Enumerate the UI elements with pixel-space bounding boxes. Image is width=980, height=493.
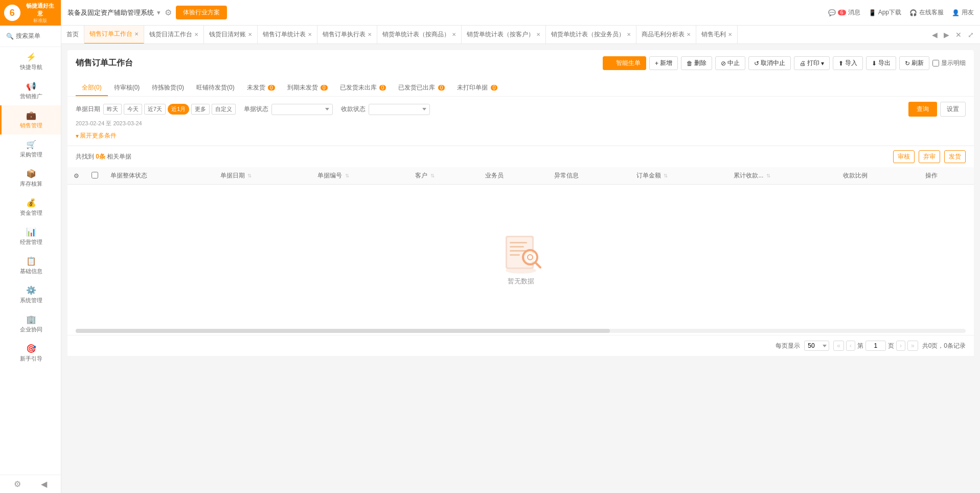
tab-close-all-button[interactable]: ✕ [953, 30, 964, 40]
payment-select[interactable] [369, 104, 430, 115]
stop-button[interactable]: ⊘ 中止 [715, 56, 745, 70]
date-btn-more[interactable]: 更多 [191, 104, 210, 115]
tab-sales-more[interactable]: 销售毛利 ✕ [696, 26, 738, 44]
tab-close-icon[interactable]: ✕ [248, 32, 252, 37]
cancel-stop-icon: ↺ [754, 60, 759, 67]
setting-button[interactable]: 设置 [940, 102, 966, 117]
status-select[interactable] [271, 104, 333, 115]
sidebar-item-finance[interactable]: 💰 资金管理 [0, 193, 61, 222]
search-menu-button[interactable]: 🔍 搜索菜单 [4, 30, 57, 42]
tab-close-icon[interactable]: ✕ [194, 32, 198, 37]
tab-close-icon[interactable]: ✕ [627, 32, 631, 37]
tab-cash-reconcile[interactable]: 钱货日清对账 ✕ [204, 26, 258, 44]
cancel-stop-button[interactable]: ↺ 取消中止 [748, 56, 791, 70]
tab-close-icon[interactable]: ✕ [536, 32, 540, 37]
th-abnormal: 异常信息 [548, 167, 630, 185]
filter-tab-shipped-not-out[interactable]: 已发货未出库 0 [334, 80, 393, 96]
filter-pending-check-label: 待拣验货(0) [152, 84, 184, 91]
page-last-button[interactable]: » [907, 341, 918, 351]
ship-button[interactable]: 发货 [944, 150, 966, 163]
filter-tab-unprinted[interactable]: 未打印单据 0 [451, 80, 504, 96]
sidebar-item-operations[interactable]: 📊 经营管理 [0, 222, 61, 251]
tab-gross-margin[interactable]: 商品毛利分析表 ✕ [636, 26, 696, 44]
show-detail-label: 显示明细 [941, 59, 966, 68]
filter-tab-overdue-ship[interactable]: 到期未发货 0 [281, 80, 334, 96]
query-button[interactable]: 查询 [908, 102, 937, 117]
page-size-select[interactable]: 50 10 20 100 [804, 341, 829, 351]
add-button[interactable]: + 新增 [649, 56, 678, 70]
filter-tab-unshipped[interactable]: 未发货 0 [241, 80, 281, 96]
user-menu-button[interactable]: 👤 用友 [952, 8, 974, 17]
tab-close-icon[interactable]: ✕ [452, 32, 456, 37]
tab-summary-customer-label: 销货单统计表（按客户） [467, 30, 534, 39]
solution-button[interactable]: 体验行业方案 [176, 6, 227, 19]
sidebar-item-purchase[interactable]: 🛒 采购管理 [0, 135, 61, 164]
online-service-label: 在线客服 [919, 8, 944, 17]
show-detail-checkbox[interactable]: 显示明细 [932, 59, 966, 68]
tab-summary-customer[interactable]: 销货单统计表（按客户） ✕ [462, 26, 546, 44]
message-button[interactable]: 💬 6 消息 [828, 8, 860, 17]
refresh-button[interactable]: ↻ 刷新 [899, 56, 929, 70]
tab-close-icon[interactable]: ✕ [308, 32, 312, 37]
online-service-button[interactable]: 🎧 在线客服 [909, 8, 944, 17]
print-button[interactable]: 🖨 打印 ▾ [794, 56, 830, 70]
tab-cash-daily[interactable]: 钱货日清工作台 ✕ [144, 26, 204, 44]
expand-row: ▾ 展开更多条件 [76, 131, 966, 140]
sidebar-item-system[interactable]: ⚙️ 系统管理 [0, 280, 61, 309]
collapse-button[interactable]: ◀ [41, 479, 47, 489]
sidebar-item-marketing[interactable]: 📢 营销推广 [0, 76, 61, 105]
ai-generate-button[interactable]: ★ 智能生单 [603, 56, 646, 70]
tab-scroll-left-button[interactable]: ◀ [930, 30, 940, 40]
tab-close-icon[interactable]: ✕ [687, 32, 691, 37]
date-btn-7days[interactable]: 近7天 [144, 104, 166, 115]
date-btn-1month[interactable]: 近1月 [168, 104, 189, 115]
tab-sales-workbench[interactable]: 销售订单工作台 ✕ [84, 26, 144, 44]
sidebar-item-basic-info[interactable]: 📋 基础信息 [0, 251, 61, 280]
delete-button[interactable]: 🗑 删除 [681, 56, 712, 70]
tab-summary-staff[interactable]: 销货单统计表（按业务员） ✕ [546, 26, 636, 44]
sidebar-item-sales[interactable]: 💼 销售管理 [0, 105, 61, 135]
tab-close-icon[interactable]: ✕ [134, 31, 139, 37]
gear-icon[interactable]: ⚙ [74, 172, 79, 180]
page-input[interactable] [865, 341, 886, 351]
system-title: 装备及固定资产辅助管理系统 [67, 8, 154, 17]
filter-tab-all[interactable]: 全部(0) [76, 80, 108, 96]
filter-tab-wangpu-ship[interactable]: 旺铺待发货(0) [190, 80, 241, 96]
sidebar-item-inventory[interactable]: 📦 库存核算 [0, 164, 61, 193]
payment-label: 收款状态 [341, 105, 366, 114]
expand-button[interactable]: ▾ 展开更多条件 [76, 131, 966, 140]
select-all-checkbox[interactable] [92, 172, 98, 178]
audit-button[interactable]: 审核 [893, 150, 915, 163]
import-button[interactable]: ⬆ 导入 [833, 56, 863, 70]
filter-tab-shipped-out[interactable]: 已发货已出库 0 [392, 80, 451, 96]
tab-scroll-right-button[interactable]: ▶ [942, 30, 951, 40]
finance-icon: 💰 [26, 198, 36, 208]
date-btn-today[interactable]: 今天 [124, 104, 142, 115]
horizontal-scroll[interactable] [67, 327, 974, 335]
tab-close-icon[interactable]: ✕ [368, 32, 372, 37]
tab-fullscreen-button[interactable]: ⤢ [966, 30, 976, 40]
sidebar-item-quick-nav[interactable]: ⚡ 快捷导航 [0, 47, 61, 76]
scroll-thumb[interactable] [76, 329, 610, 333]
filter-tab-pending-audit[interactable]: 待审核(0) [108, 80, 146, 96]
date-btn-yesterday[interactable]: 昨天 [103, 104, 122, 115]
date-btn-custom[interactable]: 自定义 [212, 104, 236, 115]
tab-close-icon[interactable]: ✕ [728, 32, 732, 37]
app-download-button[interactable]: 📱 App下载 [869, 8, 901, 17]
filter-tab-pending-check[interactable]: 待拣验货(0) [146, 80, 190, 96]
detail-checkbox-input[interactable] [932, 60, 939, 66]
sidebar-item-enterprise[interactable]: 🏢 企业协同 [0, 309, 61, 339]
cancel-audit-button[interactable]: 弃审 [919, 150, 940, 163]
export-button[interactable]: ⬇ 导出 [866, 56, 896, 70]
gear-icon[interactable]: ⚙ [165, 8, 172, 17]
tab-home[interactable]: 首页 [61, 26, 84, 44]
page-next-button[interactable]: › [896, 341, 905, 351]
tab-summary-product[interactable]: 销货单统计表（按商品） ✕ [377, 26, 462, 44]
sidebar-item-guide[interactable]: 🎯 新手引导 [0, 339, 61, 368]
tab-sales-stats[interactable]: 销售订单统计表 ✕ [258, 26, 317, 44]
filter-overdue-ship-label: 到期未发货 [287, 84, 318, 91]
tab-sales-exec[interactable]: 销售订单执行表 ✕ [317, 26, 377, 44]
page-first-button[interactable]: « [833, 341, 844, 351]
page-prev-button[interactable]: ‹ [846, 341, 855, 351]
settings-button[interactable]: ⚙ [14, 479, 21, 489]
